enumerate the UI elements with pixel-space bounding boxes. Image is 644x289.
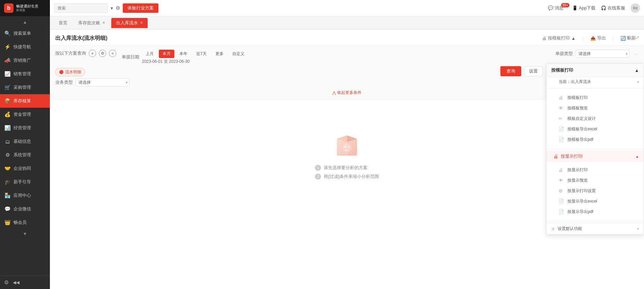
window-maximize-btn[interactable]: ⤢ — [634, 34, 641, 41]
sidebar-item-sales[interactable]: 📈 销售管理 — [0, 67, 50, 81]
filter-action-buttons: 查询 设置 — [500, 66, 543, 76]
sidebar-item-wechat[interactable]: 💬 企业微信 — [0, 202, 50, 216]
section-collapse-icon: ▲ — [636, 155, 639, 158]
shortcuts-icon: ⚡ — [4, 44, 11, 50]
print-template-button[interactable]: 🖨 按模板打印 ▲ — [539, 34, 578, 43]
sidebar-item-label: 采购管理 — [13, 84, 31, 90]
section-divider — [547, 149, 644, 149]
date-tag-this-month[interactable]: 本月 — [159, 50, 174, 58]
app-name: 畅捷通好生意 — [16, 4, 38, 8]
settings-footer-icon[interactable]: ⚙ — [4, 279, 9, 286]
display-preview-btn[interactable]: 👁 按显示预览 — [547, 175, 644, 186]
template-excel-btn[interactable]: 📄 按模板导出excel — [547, 124, 644, 134]
search-input[interactable] — [54, 3, 108, 13]
sidebar-item-basic[interactable]: 🗂 基础信息 — [0, 135, 50, 148]
guide-icon: 🎓 — [4, 179, 11, 185]
divider2: | — [613, 36, 614, 41]
template-design-label: 模板自定义设计 — [567, 116, 596, 122]
tab-home-label: 首页 — [59, 20, 67, 26]
date-tag-group: 上月 本月 本年 近7天 更多 自定义 2023-06-01 至 2023-06… — [142, 50, 248, 64]
print-dropdown-arrow[interactable]: ▲ — [571, 36, 576, 41]
tip-text-1: 请先选择要分析的方案 — [324, 165, 368, 171]
sidebar-item-collab[interactable]: 🤝 企业协同 — [0, 162, 50, 175]
doctype-more-icon[interactable]: ··· — [634, 51, 637, 56]
query-button[interactable]: 查询 — [500, 66, 521, 76]
sidebar-item-system[interactable]: ⚙ 系统管理 — [0, 148, 50, 162]
search-dropdown-icon[interactable]: ▾ — [111, 5, 113, 11]
date-tag-last-month[interactable]: 上月 — [142, 50, 157, 58]
sidebar-item-guide[interactable]: 🎓 新手引导 — [0, 175, 50, 189]
date-tag-7days[interactable]: 近7天 — [193, 50, 210, 58]
sidebar-item-inventory[interactable]: 📦 库存核算 — [0, 94, 50, 108]
sidebar-item-marketing[interactable]: 📣 营销推广 — [0, 54, 50, 67]
sidebar-item-label: 营销推广 — [13, 57, 31, 63]
trial-industry-button[interactable]: 体验行业方案 — [123, 3, 158, 13]
window-close-btn[interactable]: ✕ — [624, 34, 632, 41]
export-button[interactable]: 📤 导出 — [588, 34, 609, 43]
content-area: 出入库流水(流水明细) 🖨 按模板打印 ▲ | 📤 导出 | 🔄 刷新 — [50, 30, 644, 289]
eye-icon: 👁 — [559, 106, 565, 111]
message-btn[interactable]: 💬 消息 99+ — [548, 5, 567, 11]
app-download-btn[interactable]: 📱 App下载 — [572, 5, 595, 11]
user-avatar-btn[interactable]: Rit — [631, 3, 640, 13]
settings-icon[interactable]: ⚙ — [116, 5, 120, 11]
date-tag-this-year[interactable]: 本年 — [176, 50, 191, 58]
page-title: 出入库流水(流水明细) — [55, 35, 108, 42]
settings-button[interactable]: 设置 — [524, 66, 543, 76]
sidebar-item-purchase[interactable]: 🛒 采购管理 — [0, 81, 50, 94]
sidebar-item-finance[interactable]: 💰 资金管理 — [0, 108, 50, 121]
tab-batch[interactable]: 库存批次账 ✕ — [74, 18, 110, 28]
doctype-select[interactable]: 请选择 — [576, 50, 630, 58]
current-label: 当前：出入库流水 — [559, 79, 591, 85]
online-service-btn[interactable]: 🎧 在线客服 — [601, 5, 625, 11]
collapse-sidebar-icon[interactable]: ◀◀ — [13, 280, 20, 285]
sidebar-item-vip[interactable]: 👑 畅会员 — [0, 216, 50, 229]
dropdown-arrow-up: ▲ — [635, 68, 639, 73]
sidebar-item-label: 新手引导 — [13, 179, 31, 185]
tab-batch-close[interactable]: ✕ — [102, 21, 105, 25]
tab-batch-label: 库存批次账 — [78, 20, 100, 26]
display-print-section-header[interactable]: 🖨 按显示打印 ▲ — [547, 151, 644, 162]
scroll-up-btn[interactable]: ▲ — [0, 18, 50, 27]
sidebar-item-shortcuts[interactable]: ⚡ 快捷导航 — [0, 40, 50, 54]
filter-scheme-label: 按以下方案查询 — [55, 50, 86, 56]
tab-flow-close[interactable]: ✕ — [140, 21, 143, 25]
filter-scheme-section: 按以下方案查询 + ⚙ « — [55, 50, 116, 57]
template-design-btn[interactable]: ✏ 模板自定义设计 — [547, 113, 644, 124]
tab-home[interactable]: 首页 — [54, 18, 72, 28]
template-print-btn[interactable]: 🖨 按模板打印 — [547, 93, 644, 103]
template-excel-label: 按模板导出excel — [567, 126, 597, 132]
filter-biztype-item: 业务类型 请选择 ▾ — [55, 78, 129, 86]
date-tag-custom[interactable]: 自定义 — [229, 50, 248, 58]
tip-num-2: 2 — [315, 174, 321, 180]
tab-flow[interactable]: 出入库流水 ✕ — [111, 18, 148, 28]
display-settings-btn[interactable]: ⚙ 按显示打印设置 — [547, 186, 644, 196]
biztype-select[interactable]: 请选择 — [76, 78, 129, 86]
tip-text-2: 用[过滤]条件来缩小分析范围 — [324, 174, 379, 180]
display-eye-icon: 👁 — [559, 178, 565, 183]
excel-icon: 📄 — [559, 127, 565, 132]
edit-icon: ✏ — [559, 116, 565, 121]
filter-collapse-button[interactable]: « — [109, 50, 116, 57]
current-row[interactable]: 当前：出入库流水 ▾ — [547, 77, 644, 87]
sidebar-item-operations[interactable]: 📊 经营管理 — [0, 121, 50, 135]
sidebar-item-appcenter[interactable]: 🏪 应用中心 — [0, 189, 50, 202]
filter-add-button[interactable]: + — [89, 50, 96, 57]
collapse-more-btn[interactable]: ⋀ 收起更多条件 — [332, 90, 361, 96]
display-excel-btn[interactable]: 📄 按显示导出excel — [547, 196, 644, 207]
footer-arrow-icon: ▾ — [637, 227, 639, 231]
scroll-down-btn[interactable]: ▼ — [0, 229, 50, 238]
set-default-label: 设置默认功能 — [558, 226, 582, 232]
date-tag-more[interactable]: 更多 — [212, 50, 227, 58]
topbar-right: 💬 消息 99+ 📱 App下载 🎧 在线客服 Rit — [548, 3, 640, 13]
template-pdf-btn[interactable]: 📄 按模板导出pdf — [547, 134, 644, 145]
sidebar-item-label: 销售管理 — [13, 71, 31, 77]
sidebar-item-search[interactable]: 🔍 搜索菜单 — [0, 27, 50, 40]
active-filter-tag[interactable]: 🔴 流水明细 — [55, 68, 85, 76]
template-preview-btn[interactable]: 👁 按模板预览 — [547, 103, 644, 113]
display-pdf-btn[interactable]: 📄 按显示导出pdf — [547, 207, 644, 217]
set-default-btn[interactable]: ☆ 设置默认功能 ▾ — [547, 223, 644, 234]
filter-settings-button[interactable]: ⚙ — [99, 50, 106, 57]
display-print-label: 按显示打印 — [567, 167, 588, 173]
display-print-btn[interactable]: 🖨 按显示打印 — [547, 165, 644, 175]
